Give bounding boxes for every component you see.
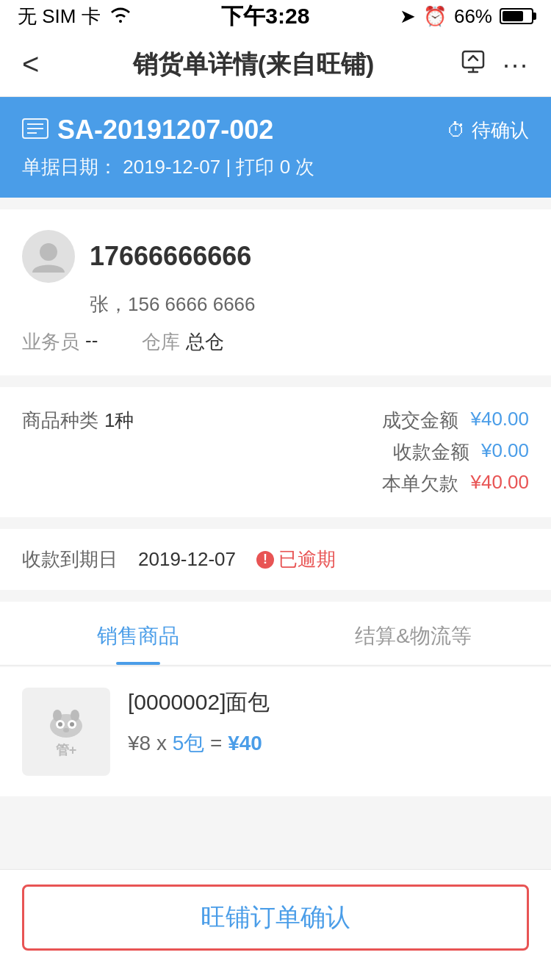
status-left: 无 SIM 卡 xyxy=(18,4,132,29)
received-value: ¥0.00 xyxy=(481,439,529,465)
product-total: ¥40 xyxy=(228,732,262,754)
customer-card: 17666666666 张，156 6666 6666 业务员 -- 仓库 总仓 xyxy=(0,209,551,375)
price-amount: ¥8 xyxy=(128,732,151,754)
transaction-row: 成交金额 ¥40.00 xyxy=(382,408,529,433)
transaction-label: 成交金额 xyxy=(382,408,458,433)
status-bar: 无 SIM 卡 下午3:28 ➤ ⏰ 66% xyxy=(0,0,551,32)
svg-rect-0 xyxy=(463,51,483,68)
share-icon[interactable] xyxy=(461,50,485,79)
battery-percent: 66% xyxy=(454,5,492,28)
avatar xyxy=(22,230,75,283)
warehouse-meta: 仓库 总仓 xyxy=(142,329,224,355)
equals-symbol: = xyxy=(210,732,222,754)
back-button[interactable]: < xyxy=(22,48,66,81)
customer-meta: 业务员 -- 仓库 总仓 xyxy=(22,329,529,355)
status-right: ➤ ⏰ 66% xyxy=(400,5,533,28)
battery-icon xyxy=(500,8,533,24)
order-id: SA-20191207-002 xyxy=(22,115,273,145)
svg-point-13 xyxy=(63,728,69,732)
multiply-symbol: x xyxy=(156,732,167,754)
due-date: 2019-12-07 xyxy=(138,548,236,571)
order-id-text: SA-20191207-002 xyxy=(57,115,273,145)
customer-name: 张，156 6666 6666 xyxy=(90,292,529,317)
balance-label: 本单欠款 xyxy=(382,471,458,497)
table-row: 管+ [0000002]面包 ¥8 x 5包 = ¥40 xyxy=(0,667,551,796)
overdue-icon: ! xyxy=(256,551,274,569)
order-date-row: 单据日期： 2019-12-07 | 打印 0 次 xyxy=(22,154,529,180)
order-status: ⏱ 待确认 xyxy=(447,118,529,143)
customer-phone: 17666666666 xyxy=(90,241,251,272)
svg-point-8 xyxy=(71,710,79,721)
alarm-icon: ⏰ xyxy=(423,5,447,28)
nav-actions: ··· xyxy=(441,49,529,80)
received-row: 收款金额 ¥0.00 xyxy=(393,439,529,465)
sales-value: -- xyxy=(85,329,98,355)
product-info: [0000002]面包 ¥8 x 5包 = ¥40 xyxy=(128,688,529,757)
status-time: 下午3:28 xyxy=(221,1,309,32)
balance-row: 本单欠款 ¥40.00 xyxy=(382,471,529,497)
overdue-badge: ! 已逾期 xyxy=(256,547,336,572)
product-count: 商品种类 1种 xyxy=(22,408,134,433)
nav-bar: < 销货单详情(来自旺铺) ··· xyxy=(0,32,551,97)
wifi-icon xyxy=(109,5,132,28)
product-list: 管+ [0000002]面包 ¥8 x 5包 = ¥40 xyxy=(0,667,551,796)
warehouse-label: 仓库 xyxy=(142,329,180,355)
svg-point-5 xyxy=(40,243,57,261)
amount-summary: 成交金额 ¥40.00 收款金额 ¥0.00 本单欠款 ¥40.00 xyxy=(382,408,529,497)
svg-point-12 xyxy=(70,722,74,727)
order-icon xyxy=(22,115,48,145)
confirm-wangpu-button[interactable]: 旺铺订单确认 xyxy=(22,884,529,951)
tab-settlement-logistics[interactable]: 结算&物流等 xyxy=(276,602,551,665)
product-count-value: 1种 xyxy=(104,408,134,433)
status-text: 待确认 xyxy=(472,118,529,143)
location-icon: ➤ xyxy=(400,5,416,28)
brand-label: 管+ xyxy=(56,741,77,759)
due-label: 收款到期日 xyxy=(22,547,118,572)
product-price: ¥8 x 5包 = ¥40 xyxy=(128,729,529,757)
carrier-label: 无 SIM 卡 xyxy=(18,4,101,29)
warehouse-value: 总仓 xyxy=(186,329,224,355)
svg-point-11 xyxy=(58,722,62,727)
transaction-value: ¥40.00 xyxy=(470,408,529,433)
order-header: SA-20191207-002 ⏱ 待确认 单据日期： 2019-12-07 |… xyxy=(0,97,551,198)
sales-meta: 业务员 -- xyxy=(22,329,98,355)
received-label: 收款金额 xyxy=(393,439,469,465)
sales-label: 业务员 xyxy=(22,329,79,355)
overdue-text: 已逾期 xyxy=(278,547,336,572)
bottom-bar: 旺铺订单确认 xyxy=(0,869,551,980)
due-date-card: 收款到期日 2019-12-07 ! 已逾期 xyxy=(0,529,551,590)
product-thumbnail: 管+ xyxy=(22,688,110,776)
more-icon[interactable]: ··· xyxy=(503,49,529,80)
summary-card: 商品种类 1种 成交金额 ¥40.00 收款金额 ¥0.00 本单欠款 ¥40.… xyxy=(0,387,551,517)
page-title: 销货单详情(来自旺铺) xyxy=(66,48,441,82)
product-qty: 5包 xyxy=(173,732,205,754)
tabs: 销售商品 结算&物流等 xyxy=(0,602,551,666)
product-name: [0000002]面包 xyxy=(128,688,529,718)
tab-sales-products[interactable]: 销售商品 xyxy=(0,602,276,665)
product-count-label: 商品种类 xyxy=(22,408,98,433)
balance-value: ¥40.00 xyxy=(470,471,529,497)
clock-icon: ⏱ xyxy=(447,119,466,142)
svg-point-7 xyxy=(53,710,62,721)
